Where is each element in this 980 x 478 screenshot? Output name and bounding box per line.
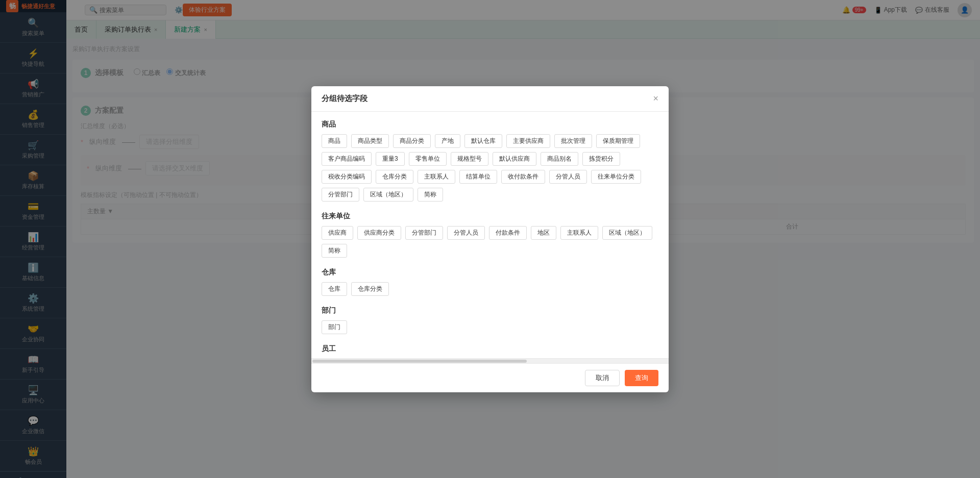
modal-overlay: 分组待选字段 × 商品商品商品类型商品分类产地默认仓库主要供应商批次管理保质期管… — [0, 0, 980, 478]
cancel-button[interactable]: 取消 — [585, 370, 620, 386]
field-tag-0-11[interactable]: 规格型号 — [451, 152, 488, 166]
modal-close-btn[interactable]: × — [653, 93, 658, 104]
field-tag-0-9[interactable]: 重量3 — [376, 152, 405, 166]
field-tag-0-15[interactable]: 税收分类编码 — [322, 170, 372, 184]
section-title-0: 商品 — [322, 120, 658, 129]
field-tags-1: 供应商供应商分类分管部门分管人员付款条件地区主联系人区域（地区）简称 — [322, 226, 658, 258]
modal-body: 商品商品商品类型商品分类产地默认仓库主要供应商批次管理保质期管理客户商品编码重量… — [311, 112, 669, 358]
field-tag-0-8[interactable]: 客户商品编码 — [322, 152, 372, 166]
modal-title: 分组待选字段 — [322, 94, 368, 104]
modal-hscroll[interactable] — [311, 358, 669, 363]
field-section-3: 部门部门 — [322, 306, 658, 334]
field-tag-1-2[interactable]: 分管部门 — [405, 226, 443, 240]
field-tag-0-22[interactable]: 分管部门 — [322, 188, 359, 202]
field-tag-2-1[interactable]: 仓库分类 — [351, 282, 389, 296]
modal: 分组待选字段 × 商品商品商品类型商品分类产地默认仓库主要供应商批次管理保质期管… — [311, 86, 669, 392]
field-tag-0-10[interactable]: 零售单位 — [409, 152, 447, 166]
field-tag-0-5[interactable]: 主要供应商 — [506, 134, 550, 148]
field-tag-0-4[interactable]: 默认仓库 — [464, 134, 502, 148]
field-tag-1-0[interactable]: 供应商 — [322, 226, 353, 240]
field-tag-0-13[interactable]: 商品别名 — [541, 152, 578, 166]
field-tags-3: 部门 — [322, 320, 658, 334]
field-tags-2: 仓库仓库分类 — [322, 282, 658, 296]
field-tag-0-24[interactable]: 简称 — [418, 188, 443, 202]
field-tag-1-3[interactable]: 分管人员 — [447, 226, 485, 240]
field-tag-0-17[interactable]: 主联系人 — [418, 170, 455, 184]
field-tag-1-4[interactable]: 付款条件 — [489, 226, 527, 240]
field-tag-0-6[interactable]: 批次管理 — [554, 134, 592, 148]
modal-header: 分组待选字段 × — [311, 86, 669, 112]
field-section-4: 员工业务员 — [322, 344, 658, 358]
section-title-1: 往来单位 — [322, 212, 658, 221]
field-tag-1-1[interactable]: 供应商分类 — [357, 226, 401, 240]
field-tag-3-0[interactable]: 部门 — [322, 320, 347, 334]
field-tag-0-14[interactable]: 拣货积分 — [582, 152, 620, 166]
field-tag-0-12[interactable]: 默认供应商 — [493, 152, 536, 166]
confirm-button[interactable]: 查询 — [625, 370, 658, 386]
section-title-3: 部门 — [322, 306, 658, 315]
field-tag-1-7[interactable]: 区域（地区） — [602, 226, 652, 240]
field-tag-0-18[interactable]: 结算单位 — [459, 170, 497, 184]
field-tag-0-19[interactable]: 收付款条件 — [501, 170, 545, 184]
field-tag-1-5[interactable]: 地区 — [531, 226, 556, 240]
field-tag-1-6[interactable]: 主联系人 — [560, 226, 598, 240]
field-tag-0-7[interactable]: 保质期管理 — [596, 134, 640, 148]
field-tag-1-8[interactable]: 简称 — [322, 244, 347, 258]
modal-hscroll-bar — [312, 360, 527, 363]
field-tag-0-23[interactable]: 区域（地区） — [363, 188, 413, 202]
field-tags-0: 商品商品类型商品分类产地默认仓库主要供应商批次管理保质期管理客户商品编码重量3零… — [322, 134, 658, 202]
field-section-0: 商品商品商品类型商品分类产地默认仓库主要供应商批次管理保质期管理客户商品编码重量… — [322, 120, 658, 202]
field-section-1: 往来单位供应商供应商分类分管部门分管人员付款条件地区主联系人区域（地区）简称 — [322, 212, 658, 258]
field-tag-0-21[interactable]: 往来单位分类 — [591, 170, 641, 184]
field-tag-0-20[interactable]: 分管人员 — [549, 170, 587, 184]
modal-footer: 取消 查询 — [311, 363, 669, 392]
field-tag-2-0[interactable]: 仓库 — [322, 282, 347, 296]
section-title-2: 仓库 — [322, 268, 658, 277]
section-title-4: 员工 — [322, 344, 658, 354]
field-tag-0-2[interactable]: 商品分类 — [393, 134, 431, 148]
field-tag-0-1[interactable]: 商品类型 — [351, 134, 389, 148]
field-tag-0-0[interactable]: 商品 — [322, 134, 347, 148]
field-tag-0-16[interactable]: 仓库分类 — [376, 170, 413, 184]
field-section-2: 仓库仓库仓库分类 — [322, 268, 658, 296]
field-tag-0-3[interactable]: 产地 — [435, 134, 460, 148]
